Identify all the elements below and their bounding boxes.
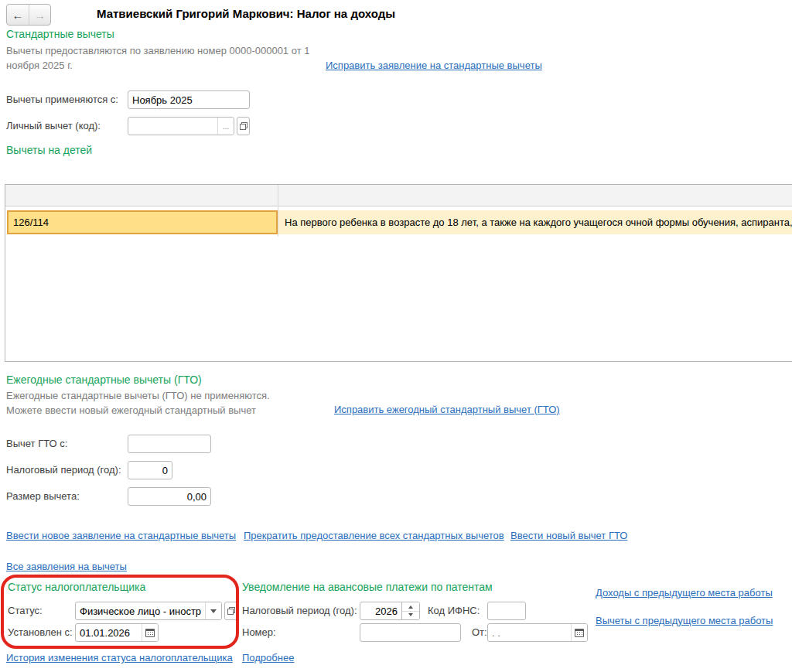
patent-number-input[interactable] [360, 624, 460, 641]
patent-period-spinner[interactable] [401, 602, 419, 619]
forward-button[interactable]: → [29, 5, 50, 25]
applied-from-field[interactable] [128, 90, 250, 109]
patent-notification-header: Уведомление на авансовые платежи по пате… [242, 581, 493, 593]
gto-description: Ежегодные стандартные вычеты (ГТО) не пр… [6, 388, 304, 418]
gto-amount-field[interactable] [128, 487, 211, 506]
gto-period-field[interactable] [128, 461, 172, 479]
fix-standard-application-link[interactable]: Исправить заявление на стандартные вычет… [326, 59, 542, 72]
all-applications-link[interactable]: Все заявления на вычеты [6, 560, 127, 573]
patent-date-label: От: [472, 623, 487, 642]
new-application-link[interactable]: Ввести новое заявление на стандартные вы… [6, 529, 236, 542]
applied-from-input[interactable] [128, 91, 249, 108]
patent-date-field[interactable] [487, 623, 588, 642]
patent-period-label: Налоговый период (год): [242, 602, 357, 620]
children-deductions-header: Вычеты на детей [6, 144, 92, 156]
open-form-icon [240, 122, 248, 130]
personal-deduction-open-button[interactable] [237, 117, 250, 135]
gto-from-field[interactable] [128, 435, 211, 453]
gto-period-input[interactable] [128, 462, 172, 479]
previous-deductions-link[interactable]: Вычеты с предыдущего места работы [596, 614, 773, 627]
gto-header: Ежегодные стандартные вычеты (ГТО) [6, 374, 202, 386]
gto-period-label: Налоговый период (год): [6, 461, 121, 479]
calendar-icon [145, 629, 155, 637]
children-deductions-table: 126/114 На первого ребенка в возрасте до… [5, 184, 792, 362]
gto-from-label: Вычет ГТО с: [6, 435, 67, 453]
applied-from-label: Вычеты применяются с: [6, 90, 118, 109]
taxpayer-status-header: Статус налогоплательщика [8, 581, 145, 593]
status-label: Статус: [8, 602, 43, 620]
ifns-code-field[interactable] [487, 602, 526, 620]
back-button[interactable]: ← [7, 5, 29, 25]
status-set-from-label: Установлен с: [8, 623, 73, 642]
status-open-button[interactable] [224, 602, 237, 620]
standard-deductions-description: Вычеты предоставляются по заявлению номе… [6, 43, 312, 73]
previous-income-link[interactable]: Доходы с предыдущего места работы [596, 586, 773, 599]
status-date-field[interactable] [75, 623, 159, 642]
fix-gto-link[interactable]: Исправить ежегодный стандартный вычет (Г… [334, 403, 560, 416]
status-calendar-button[interactable] [142, 624, 158, 641]
gto-amount-label: Размер вычета: [6, 487, 80, 506]
ifns-code-label: Код ИФНС: [428, 602, 480, 620]
spin-up-button[interactable] [402, 602, 419, 611]
patent-number-label: Номер: [242, 623, 276, 642]
gto-amount-input[interactable] [128, 488, 210, 505]
ifns-code-input[interactable] [488, 602, 525, 619]
gto-from-input[interactable] [128, 435, 210, 452]
standard-deductions-header: Стандартные вычеты [6, 28, 114, 40]
calendar-icon [575, 629, 584, 637]
spin-up-icon [408, 603, 413, 609]
patent-date-input[interactable] [488, 624, 571, 641]
status-date-input[interactable] [76, 624, 142, 641]
spin-down-icon [408, 613, 413, 619]
patent-period-field[interactable] [360, 602, 420, 620]
new-gto-deduction-link[interactable]: Ввести новый вычет ГТО [510, 529, 627, 542]
page-title: Матвиевский Григорий Маркович: Налог на … [97, 7, 395, 20]
status-history-link[interactable]: История изменения статуса налогоплательщ… [6, 651, 233, 664]
status-combobox[interactable] [75, 602, 222, 620]
choose-ellipsis-button[interactable]: ... [217, 118, 234, 135]
table-header-row[interactable] [5, 185, 792, 206]
personal-deduction-input[interactable] [128, 118, 217, 135]
spin-down-button[interactable] [402, 611, 419, 620]
patent-number-field[interactable] [360, 623, 461, 642]
personal-deduction-field[interactable]: ... [128, 117, 234, 135]
patent-calendar-button[interactable] [571, 624, 587, 641]
deduction-code-cell[interactable]: 126/114 [7, 210, 278, 234]
stop-all-deductions-link[interactable]: Прекратить предоставление всех стандартн… [244, 529, 504, 542]
income-tax-form: ← → Матвиевский Григорий Маркович: Налог… [0, 0, 792, 672]
back-arrow-icon: ← [12, 9, 24, 21]
patent-period-input[interactable] [360, 602, 401, 619]
nav-buttons: ← → [6, 4, 51, 26]
chevron-down-icon [210, 609, 217, 616]
patent-details-link[interactable]: Подробнее [242, 651, 294, 664]
forward-arrow-icon: → [34, 9, 46, 21]
deduction-description-cell[interactable]: На первого ребенка в возрасте до 18 лет,… [278, 210, 792, 234]
status-input[interactable] [76, 602, 205, 619]
personal-deduction-label: Личный вычет (код): [6, 117, 101, 135]
status-dropdown-button[interactable] [205, 602, 221, 619]
open-form-icon [227, 607, 235, 615]
